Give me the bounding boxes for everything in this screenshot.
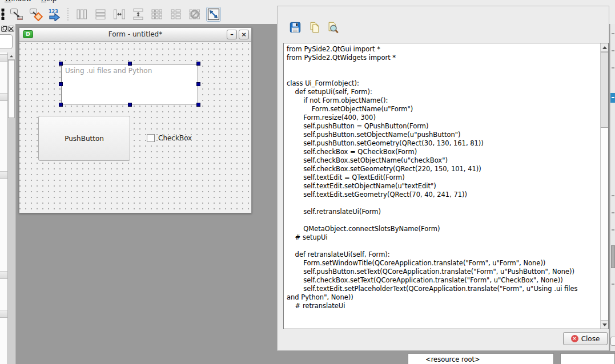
selection-handle[interactable]	[196, 82, 200, 86]
widget-category-header[interactable]	[0, 271, 7, 279]
resource-tree-panel[interactable]: <resource root>	[408, 353, 554, 364]
widget-category-header[interactable]	[0, 54, 7, 62]
python-code-text[interactable]: from PySide2.QtGui import * from PySide2…	[284, 43, 600, 329]
dock-float-icon[interactable]	[1, 26, 7, 32]
textedit-placeholder: Using .ui files and Python	[62, 64, 198, 77]
minimize-icon[interactable]: –	[227, 30, 237, 39]
form-canvas[interactable]: Using .ui files and Python PushButton Ch…	[19, 42, 251, 213]
scroll-down-icon[interactable]	[601, 320, 608, 329]
selection-handle[interactable]	[59, 62, 63, 66]
dock-close-icon[interactable]	[8, 26, 14, 32]
scrollbar-thumb[interactable]	[601, 52, 608, 128]
selected-property-row[interactable]	[610, 93, 615, 103]
property-row	[612, 67, 614, 68]
save-icon[interactable]	[288, 20, 303, 35]
selection-handle[interactable]	[128, 103, 132, 107]
form-window-titlebar[interactable]: D Form - untitled* – ×	[19, 28, 251, 42]
edit-buddies-icon[interactable]	[29, 7, 43, 22]
widget-filter-input[interactable]	[0, 34, 13, 49]
scroll-up-icon[interactable]	[8, 52, 15, 60]
layout-vertical-splitter-icon[interactable]	[131, 7, 146, 22]
adjust-size-icon[interactable]	[206, 7, 221, 22]
property-row	[612, 229, 614, 230]
resource-root-item[interactable]: <resource root>	[425, 355, 480, 363]
selection-handle[interactable]	[59, 103, 63, 107]
menu-bar: Window Help	[0, 0, 615, 5]
property-row	[612, 50, 614, 51]
selection-handle[interactable]	[196, 103, 200, 107]
form-window-title: Form - untitled*	[19, 30, 251, 38]
code-preview-dialog: from PySide2.QtGui import * from PySide2…	[277, 6, 609, 351]
edit-signals-slots-icon[interactable]	[9, 7, 24, 22]
property-editor-sliver	[610, 24, 615, 351]
widget-category-header[interactable]	[0, 93, 7, 101]
code-view[interactable]: from PySide2.QtGui import * from PySide2…	[283, 43, 609, 329]
svg-text:123: 123	[49, 9, 58, 14]
property-row	[612, 195, 614, 196]
textedit-widget[interactable]: Using .ui files and Python	[61, 64, 198, 104]
property-row	[612, 33, 614, 34]
widget-box-dock	[0, 24, 16, 364]
edit-widgets-icon[interactable]	[0, 7, 7, 22]
selection-handle[interactable]	[59, 82, 63, 86]
copy-icon[interactable]	[307, 20, 322, 35]
widget-category-header[interactable]	[0, 310, 7, 318]
partial-button[interactable]	[610, 337, 615, 346]
property-row	[612, 212, 614, 213]
layout-horizontal-splitter-icon[interactable]	[112, 7, 127, 22]
close-circle-icon: ×	[571, 335, 578, 342]
pushbutton-widget[interactable]: PushButton	[38, 116, 130, 161]
menu-window[interactable]: Window	[5, 0, 31, 3]
edit-tab-order-icon[interactable]: 123	[47, 7, 62, 22]
layout-vertically-icon[interactable]	[93, 7, 108, 22]
property-row	[612, 97, 614, 98]
selection-handle[interactable]	[128, 62, 132, 66]
layout-horizontally-icon[interactable]	[74, 7, 89, 22]
widget-box-scrollbar[interactable]	[7, 52, 15, 364]
selection-handle[interactable]	[196, 62, 200, 66]
scrollbar-thumb[interactable]	[611, 245, 615, 268]
toolbar-separator	[67, 8, 69, 21]
widget-category-list[interactable]	[0, 52, 7, 364]
scroll-up-icon[interactable]	[601, 43, 608, 52]
break-layout-icon[interactable]	[187, 7, 202, 22]
resource-side-panel[interactable]	[560, 353, 615, 364]
form-editor-window: D Form - untitled* – × Using .ui files a…	[19, 27, 252, 213]
checkbox-indicator[interactable]	[147, 134, 155, 142]
layout-form-icon[interactable]	[168, 7, 183, 22]
scrollbar-thumb[interactable]	[8, 60, 15, 118]
find-icon[interactable]	[325, 20, 340, 35]
checkbox-label: CheckBox	[158, 134, 192, 142]
code-scrollbar[interactable]	[600, 43, 608, 329]
checkbox-widget[interactable]: CheckBox	[147, 133, 192, 143]
property-row	[612, 284, 614, 285]
layout-grid-icon[interactable]	[150, 7, 164, 22]
close-button-label: Close	[581, 335, 600, 343]
close-icon[interactable]: ×	[239, 30, 249, 39]
close-button[interactable]: × Close	[563, 332, 608, 345]
menu-help[interactable]: Help	[41, 0, 57, 3]
widget-category-header[interactable]	[0, 171, 7, 179]
